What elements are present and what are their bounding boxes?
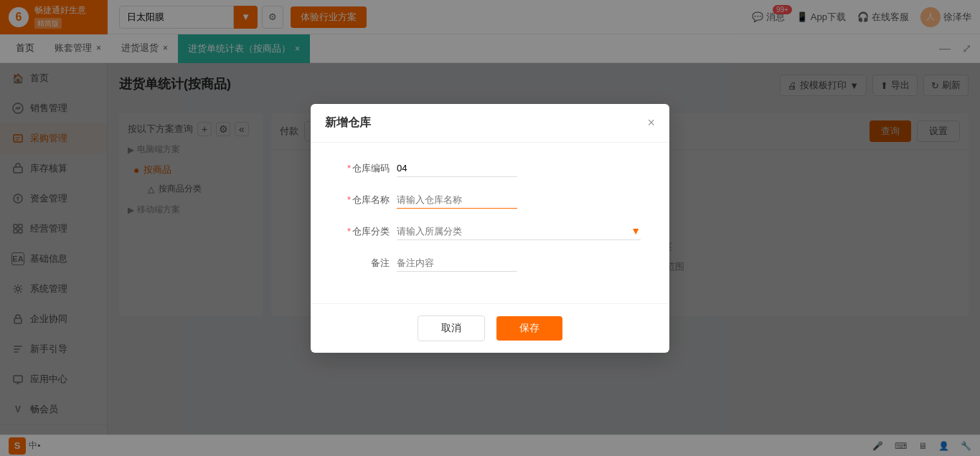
category-select-input[interactable] — [397, 223, 631, 239]
note-label: 备注 — [339, 257, 397, 270]
category-select-wrapper: ▼ — [397, 223, 641, 240]
modal-title: 新增仓库 — [325, 115, 371, 130]
modal-header: 新增仓库 × — [311, 104, 669, 143]
form-row-note: 备注 — [339, 255, 641, 272]
name-input-wrapper — [397, 191, 641, 209]
new-warehouse-modal: 新增仓库 × *仓库编码 *仓库名称 — [311, 104, 669, 353]
form-row-code: *仓库编码 — [339, 160, 641, 177]
cancel-btn[interactable]: 取消 — [418, 315, 485, 341]
code-label: *仓库编码 — [339, 162, 397, 175]
modal-close-btn[interactable]: × — [647, 115, 655, 130]
category-label: *仓库分类 — [339, 225, 397, 238]
warehouse-code-input[interactable] — [397, 160, 517, 177]
modal-body: *仓库编码 *仓库名称 — [311, 143, 669, 303]
save-btn[interactable]: 保存 — [496, 316, 562, 341]
warehouse-name-input[interactable] — [397, 191, 517, 209]
form-row-category: *仓库分类 ▼ — [339, 223, 641, 240]
modal-footer: 取消 保存 — [311, 303, 669, 353]
code-input-wrapper — [397, 160, 641, 177]
note-input[interactable] — [397, 255, 517, 272]
name-label: *仓库名称 — [339, 194, 397, 206]
form-row-name: *仓库名称 — [339, 191, 641, 209]
category-dropdown-icon[interactable]: ▼ — [631, 225, 641, 237]
modal-overlay: 新增仓库 × *仓库编码 *仓库名称 — [0, 0, 980, 456]
note-input-wrapper — [397, 255, 641, 272]
